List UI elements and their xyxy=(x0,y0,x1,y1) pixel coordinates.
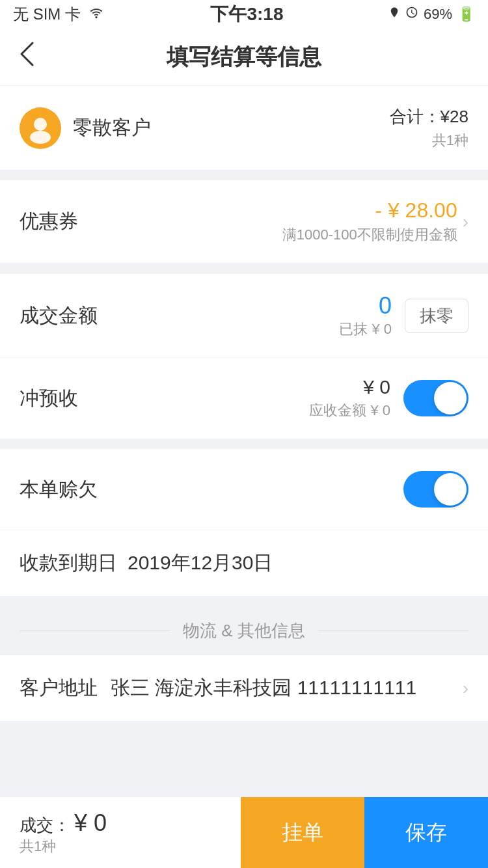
discount-amount: - ¥ 28.00 xyxy=(282,198,457,223)
carrier-label: 无 SIM 卡 xyxy=(13,4,81,25)
status-time: 下午3:18 xyxy=(210,2,283,27)
due-date-row: 收款到期日 2019年12月30日 xyxy=(0,530,488,596)
location-icon xyxy=(388,5,400,23)
address-section: 客户地址 张三 海淀永丰科技园 11111111111 › xyxy=(0,655,488,721)
svg-point-2 xyxy=(30,131,51,144)
coupon-row[interactable]: 优惠券 - ¥ 28.00 满1000-100不限制使用金额 › xyxy=(0,180,488,264)
address-label: 客户地址 xyxy=(20,675,98,701)
prepay-amount: ¥ 0 xyxy=(309,376,390,398)
round-off-button[interactable]: 抹零 xyxy=(405,299,468,333)
hold-button[interactable]: 挂单 xyxy=(241,797,364,868)
debt-toggle[interactable] xyxy=(403,471,468,508)
customer-total: 合计：¥28 共1种 xyxy=(390,105,468,150)
amount-number: 0 xyxy=(339,292,392,319)
save-button[interactable]: 保存 xyxy=(364,797,488,868)
prepay-values: ¥ 0 应收金额 ¥ 0 xyxy=(309,376,390,420)
alarm-icon xyxy=(405,6,418,23)
status-left: 无 SIM 卡 xyxy=(13,4,105,25)
amount-label: 成交金额 xyxy=(20,303,98,329)
battery-icon: 🔋 xyxy=(457,6,475,23)
bottom-deal-label: 成交： xyxy=(20,814,70,837)
address-chevron-icon: › xyxy=(463,678,468,699)
customer-row: 零散客户 合计：¥28 共1种 xyxy=(0,86,488,170)
discount-desc: 满1000-100不限制使用金额 xyxy=(282,225,457,245)
bottom-info: 成交： ¥ 0 共1种 xyxy=(0,797,241,868)
customer-name: 零散客户 xyxy=(73,115,151,141)
amount-section: 成交金额 0 已抹 ¥ 0 抹零 冲预收 ¥ 0 应收金额 ¥ 0 xyxy=(0,274,488,439)
coupon-section: 优惠券 - ¥ 28.00 满1000-100不限制使用金额 › xyxy=(0,180,488,264)
amount-row: 成交金额 0 已抹 ¥ 0 抹零 xyxy=(0,274,488,358)
amount-col: 0 已抹 ¥ 0 xyxy=(339,292,392,339)
amount-right: 0 已抹 ¥ 0 抹零 xyxy=(339,292,468,339)
bottom-deal-amount: ¥ 0 xyxy=(74,809,107,837)
toggle-knob xyxy=(434,382,467,414)
debt-section: 本单赊欠 收款到期日 2019年12月30日 xyxy=(0,449,488,596)
coupon-right: - ¥ 28.00 满1000-100不限制使用金额 › xyxy=(282,198,468,245)
address-row[interactable]: 客户地址 张三 海淀永丰科技园 11111111111 › xyxy=(0,655,488,721)
battery-label: 69% xyxy=(424,6,452,23)
debt-row: 本单赊欠 xyxy=(0,449,488,530)
page-title: 填写结算等信息 xyxy=(167,42,321,72)
customer-left: 零散客户 xyxy=(20,107,151,149)
amount-sub: 已抹 ¥ 0 xyxy=(339,319,392,339)
due-date-value: 2019年12月30日 xyxy=(128,550,273,576)
svg-point-0 xyxy=(96,17,97,18)
status-bar: 无 SIM 卡 下午3:18 69% 🔋 xyxy=(0,0,488,29)
svg-point-1 xyxy=(34,118,47,131)
prepay-right: ¥ 0 应收金额 ¥ 0 xyxy=(309,376,468,420)
hold-button-label: 挂单 xyxy=(282,819,323,847)
back-button[interactable] xyxy=(20,42,34,72)
due-date-label: 收款到期日 xyxy=(20,550,117,576)
bottom-count: 共1种 xyxy=(20,837,221,856)
prepay-label: 冲预收 xyxy=(20,385,78,412)
divider-line-left xyxy=(20,631,170,631)
total-count: 共1种 xyxy=(390,131,468,150)
debt-toggle-knob xyxy=(434,473,467,506)
wifi-icon xyxy=(87,5,105,23)
prepay-sub: 应收金额 ¥ 0 xyxy=(309,401,390,420)
logistics-label: 物流 & 其他信息 xyxy=(183,619,305,642)
chevron-right-icon: › xyxy=(463,211,468,232)
customer-avatar xyxy=(20,107,61,149)
bottom-bar: 成交： ¥ 0 共1种 挂单 保存 xyxy=(0,796,488,868)
status-right: 69% 🔋 xyxy=(388,5,475,23)
divider-line-right xyxy=(318,631,468,631)
address-chevron: › xyxy=(457,678,468,699)
nav-bar: 填写结算等信息 xyxy=(0,29,488,86)
prepay-toggle[interactable] xyxy=(403,380,468,416)
coupon-label: 优惠券 xyxy=(20,208,78,235)
debt-label: 本单赊欠 xyxy=(20,476,98,503)
page-content: 零散客户 合计：¥28 共1种 优惠券 - ¥ 28.00 满1000-100不… xyxy=(0,86,488,809)
logistics-divider: 物流 & 其他信息 xyxy=(0,606,488,655)
address-value: 张三 海淀永丰科技园 11111111111 xyxy=(111,675,457,701)
total-label: 合计：¥28 xyxy=(390,105,468,128)
prepay-row: 冲预收 ¥ 0 应收金额 ¥ 0 xyxy=(0,358,488,439)
save-button-label: 保存 xyxy=(405,819,447,847)
coupon-value: - ¥ 28.00 满1000-100不限制使用金额 xyxy=(282,198,457,245)
